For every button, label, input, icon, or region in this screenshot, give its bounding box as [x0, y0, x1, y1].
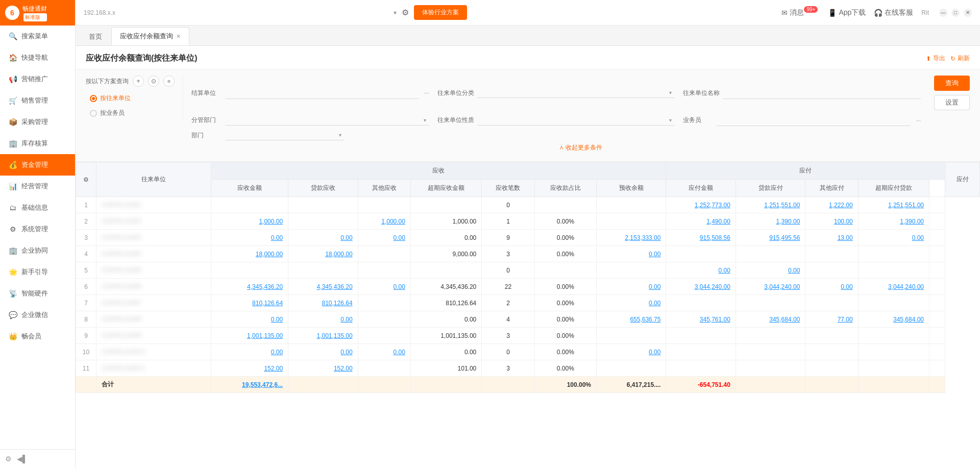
nature-select[interactable]: ▾	[477, 115, 675, 126]
nature-chevron-icon: ▾	[669, 117, 672, 123]
logo-name: 畅捷通财	[22, 5, 47, 13]
refresh-icon: ↻	[950, 55, 955, 62]
dept-chevron-icon: ▾	[339, 132, 341, 138]
filter-group-dept-managed: 分管部门 ▾	[191, 115, 429, 126]
sidebar-item-wechat[interactable]: 💬 企业微信	[0, 304, 75, 326]
maximize-btn[interactable]: □	[951, 9, 960, 17]
th-ap-amount: 应付金额	[666, 180, 736, 197]
sidebar-nav: 🔍 搜索菜单 🏠 快捷导航 📢 营销推广 🛒 销售管理 📦 采购管理 🏢	[0, 26, 75, 449]
scheme-by-partner[interactable]: 按往来单位	[86, 92, 135, 105]
sidebar-item-system[interactable]: ⚙ 系统管理	[0, 218, 75, 240]
sidebar-label-sales: 销售管理	[21, 96, 48, 105]
category-select[interactable]: ▾	[477, 88, 675, 98]
data-table: ⚙ 往来单位 应收 应付 应付 应收金额 贷款应收 其他应收 超期应收金额 应收…	[76, 162, 980, 393]
sidebar-label-marketing: 营销推广	[21, 75, 48, 84]
window-controls: — □ ✕	[939, 9, 972, 17]
right-btns: 查询 设置	[929, 76, 970, 110]
table-row: 5 往来单位名称5 0 0.00 0.00	[76, 262, 980, 279]
tab-home[interactable]: 首页	[81, 28, 110, 45]
close-btn[interactable]: ✕	[964, 9, 972, 17]
trial-btn[interactable]: 体验行业方案	[414, 5, 467, 20]
settlement-input[interactable]	[225, 87, 419, 99]
sidebar-item-sales[interactable]: 🛒 销售管理	[0, 90, 75, 111]
sidebar-item-inventory[interactable]: 🏢 库存核算	[0, 133, 75, 154]
minimize-btn[interactable]: —	[939, 9, 947, 17]
salesperson-input[interactable]	[717, 114, 911, 126]
dept-select[interactable]: ▾	[225, 130, 345, 140]
th-group-payable: 应付	[666, 162, 945, 180]
table-row: 1 往来单位名称1 0 1,252,773.00 1,251,551.00 1,…	[76, 197, 980, 213]
filter-group-dept: 部门 ▾	[191, 130, 345, 140]
filter-fields: 结算单位 ··· 往来单位分类 ▾	[191, 76, 970, 155]
table-row: 3 往来单位名称3 0.00 0.00 0.00 0.00 9 0.00% 2,…	[76, 230, 980, 246]
sidebar-label-corp: 企业协同	[21, 246, 48, 255]
total-ap-amount: -654,751.40	[666, 377, 736, 393]
th-partner: 往来单位	[96, 162, 211, 197]
page-header: 应收应付余额查询(按往来单位) ⬆ 导出 ↻ 刷新	[76, 46, 980, 69]
tab-close-icon[interactable]: ✕	[176, 33, 181, 40]
back-scheme-btn[interactable]: «	[163, 76, 175, 87]
settlement-dots[interactable]: ···	[424, 89, 429, 96]
footer-settings-icon[interactable]: ⚙	[5, 455, 12, 463]
messages-btn[interactable]: ✉ 消息 99+	[781, 8, 820, 17]
filter-container: 按以下方案查询 + ⊙ « 按往来单位	[86, 76, 970, 155]
sidebar-item-corp[interactable]: 🏢 企业协同	[0, 240, 75, 261]
sidebar-label-purchase: 采购管理	[21, 117, 48, 127]
total-ar-amount[interactable]: 19,553,472,6...	[211, 377, 288, 393]
collapse-label: 收起更多条件	[566, 144, 602, 151]
content-area: 应收应付余额查询(按往来单位) ⬆ 导出 ↻ 刷新	[76, 46, 980, 468]
add-scheme-btn[interactable]: +	[133, 76, 144, 87]
sidebar-item-operations[interactable]: 📊 经营管理	[0, 176, 75, 197]
table-area: ⚙ 往来单位 应收 应付 应付 应收金额 贷款应收 其他应收 超期应收金额 应收…	[76, 162, 980, 468]
app-download-btn[interactable]: 📱 App下载	[828, 8, 866, 17]
page-actions: ⬆ 导出 ↻ 刷新	[926, 54, 970, 63]
refresh-btn[interactable]: ↻ 刷新	[950, 54, 970, 63]
filter-area: 按以下方案查询 + ⊙ « 按往来单位	[76, 69, 980, 162]
sidebar-item-finance[interactable]: 💰 资金管理	[0, 154, 75, 176]
th-other-ap: 其他应付	[805, 180, 858, 197]
filter-group-partnername: 往来单位名称	[683, 87, 921, 99]
hardware-icon: 📡	[8, 289, 17, 298]
th-settings[interactable]: ⚙	[76, 162, 96, 197]
query-btn[interactable]: 查询	[934, 76, 970, 91]
sidebar-item-newbie[interactable]: 🌟 新手引导	[0, 261, 75, 283]
message-badge: 99+	[804, 6, 818, 13]
total-ar-count	[482, 377, 534, 393]
sidebar-item-purchase[interactable]: 📦 采购管理	[0, 111, 75, 133]
table-row: 6 往来单位名称6 4,345,436.20 4,345,436.20 0.00…	[76, 279, 980, 295]
sidebar-item-search[interactable]: 🔍 搜索菜单	[0, 26, 75, 47]
footer-collapse-icon[interactable]: ◀▌	[17, 455, 28, 463]
partnername-input[interactable]	[723, 87, 921, 99]
wechat-icon: 💬	[8, 311, 17, 319]
sidebar-item-hardware[interactable]: 📡 智能硬件	[0, 283, 75, 304]
sidebar-item-quicknav[interactable]: 🏠 快捷导航	[0, 47, 75, 68]
target-scheme-btn[interactable]: ⊙	[148, 76, 159, 87]
topbar: 192.168.x.x ▾ ⚙ 体验行业方案 ✉ 消息 99+ 📱 App下载 …	[76, 0, 980, 26]
table-row: 11 往来单位名称11 152.00 152.00 101.00 3 0.00%	[76, 360, 980, 377]
sidebar-label-wechat: 企业微信	[21, 310, 48, 319]
download-icon: 📱	[828, 9, 837, 17]
sidebar-label-member: 畅会员	[21, 332, 41, 341]
sidebar-item-marketing[interactable]: 📢 营销推广	[0, 68, 75, 90]
collapse-btn[interactable]: ∧ 收起更多条件	[191, 140, 970, 155]
sidebar-item-member[interactable]: 👑 畅会员	[0, 326, 75, 347]
export-btn[interactable]: ⬆ 导出	[926, 54, 945, 63]
salesperson-dots[interactable]: ···	[916, 117, 921, 124]
sidebar-label-basic: 基础信息	[21, 203, 48, 212]
settings-btn[interactable]: 设置	[934, 95, 970, 110]
th-prepaid: 预收余额	[597, 180, 666, 197]
topbar-gear-icon[interactable]: ⚙	[402, 8, 409, 17]
tab-arbalance[interactable]: 应收应付余额查询 ✕	[111, 27, 189, 45]
dept-managed-select[interactable]: ▾	[225, 115, 429, 126]
tab-arbalance-label: 应收应付余额查询	[120, 32, 173, 41]
th-ar-amount: 应收金额	[211, 180, 288, 197]
scheme-by-staff[interactable]: 按业务员	[86, 107, 129, 119]
total-other-ar	[358, 377, 410, 393]
online-service-btn[interactable]: 🎧 在线客服	[874, 8, 913, 17]
sidebar-label-hardware: 智能硬件	[21, 289, 48, 298]
sales-icon: 🛒	[8, 96, 17, 105]
topbar-chevron-icon[interactable]: ▾	[394, 9, 397, 16]
sidebar-label-operations: 经营管理	[21, 182, 48, 191]
sidebar-item-basic[interactable]: 🗂 基础信息	[0, 197, 75, 218]
partnername-label: 往来单位名称	[683, 89, 720, 97]
